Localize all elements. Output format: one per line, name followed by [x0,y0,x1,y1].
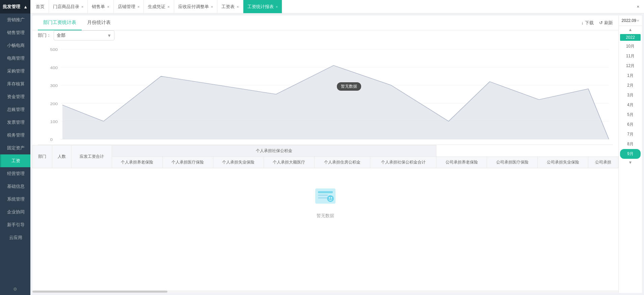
sidebar-item-云应用[interactable]: 云应用 [0,231,30,244]
tab-工资统计报表[interactable]: 工资统计报表× [243,0,282,13]
tab-close-工资统计报表[interactable]: × [276,5,278,9]
calendar-month-4月[interactable]: 4月 [619,100,642,110]
tab-close-店铺管理[interactable]: × [137,5,139,9]
download-icon: ↓ [582,20,584,25]
tab-工资表[interactable]: 工资表× [217,0,243,13]
col-personal-pension: 个人承担养老保险 [112,157,162,168]
sidebar-item-营销推广[interactable]: 营销推广 [0,13,30,26]
main-area: 首页门店商品目录×销售单×店铺管理×生成凭证×应收应付调整单×工资表×工资统计报… [30,0,644,295]
calendar-header: 2022.09 × [619,16,642,26]
sidebar-toggle-icon[interactable]: ▲ [23,4,28,9]
calendar-month-6月[interactable]: 6月 [619,120,642,129]
sidebar-item-固定资产[interactable]: 固定资产 [0,142,30,154]
calendar-month-7月[interactable]: 7月 [619,129,642,139]
col-count: 人数 [52,145,72,168]
sidebar-item-企业协同[interactable]: 企业协同 [0,206,30,218]
dept-filter-label: 部门： [38,32,51,38]
calendar-month-12月[interactable]: 12月 [619,61,642,71]
table-container[interactable]: 部门 人数 应发工资合计 个人承担社保公积金 个人承担养老保险 个人承担医疗保险… [32,145,618,290]
sidebar-item-资金管理[interactable]: 资金管理 [0,90,30,103]
svg-text:0: 0 [50,138,53,142]
col-personal-total: 个人承担社保公积金合计 [370,157,436,168]
col-total-salary: 应发工资合计 [72,145,112,168]
col-dept: 部门 [33,145,52,168]
col-group-personal: 个人承担社保公积金 [112,145,436,157]
sidebar-item-工资[interactable]: 工资 [0,154,30,167]
sub-tab-部门工资统计表[interactable]: 部门工资统计表 [38,16,82,30]
settings-button[interactable]: ⚙ [0,283,30,295]
scroll-bar-area[interactable] [32,290,618,293]
tab-close-工资表[interactable]: × [237,5,239,9]
sidebar-item-销售管理[interactable]: 销售管理 [0,26,30,39]
dept-filter-select[interactable]: 全部 ▼ [54,30,114,40]
stats-table: 部门 人数 应发工资合计 个人承担社保公积金 个人承担养老保险 个人承担医疗保险… [32,145,618,168]
sidebar-item-采购管理[interactable]: 采购管理 [0,65,30,78]
sidebar-item-新手引导[interactable]: 新手引导 [0,218,30,231]
sidebar-title: 批发管理 [3,4,20,10]
tab-close-门店商品目录[interactable]: × [81,5,83,9]
tab-close-应收应付调整单[interactable]: × [211,5,213,9]
col-personal-unemploy: 个人承担失业保险 [213,157,264,168]
refresh-button[interactable]: ↺ 刷新 [599,20,613,26]
table-header-row1: 部门 人数 应发工资合计 个人承担社保公积金 [33,145,618,157]
svg-text:200: 200 [50,101,58,106]
svg-rect-14 [318,195,328,196]
col-company-medical: 公司承担医疗保险 [487,157,538,168]
calendar-month-11月[interactable]: 11月 [619,51,642,61]
page-content: 部门工资统计表月份统计表 ↓ 下载 ↺ 刷新 部门： 全部 ▼ [32,16,618,293]
calendar-month-2月[interactable]: 2月 [619,81,642,90]
tab-店铺管理[interactable]: 店铺管理× [114,0,144,13]
col-personal-medical: 个人承担医疗保险 [162,157,213,168]
tab-应收应付调整单[interactable]: 应收应付调整单× [174,0,217,13]
no-data-icon [312,182,339,209]
calendar-up-arrow[interactable]: ▲ [619,26,642,33]
col-company-other: 公司承担 [588,157,618,168]
svg-text:300: 300 [50,84,58,88]
calendar-date-label: 2022.09 [622,18,636,23]
calendar-months-container: 202210月11月12月1月2月3月4月5月6月7月8月9月 [619,33,642,159]
tab-门店商品目录[interactable]: 门店商品目录× [49,0,88,13]
calendar-month-5月[interactable]: 5月 [619,110,642,120]
sidebar-item-总账管理[interactable]: 总账管理 [0,103,30,116]
calendar-month-1月[interactable]: 1月 [619,71,642,81]
sub-tabs-container: 部门工资统计表月份统计表 [38,16,116,30]
sub-tab-月份统计表[interactable]: 月份统计表 [82,16,116,30]
tab-items-container: 首页门店商品目录×销售单×店铺管理×生成凭证×应收应付调整单×工资表×工资统计报… [32,0,282,13]
svg-text:100: 100 [50,120,58,124]
sidebar-item-电商管理[interactable]: 电商管理 [0,52,30,65]
table-header-row2: 个人承担养老保险 个人承担医疗保险 个人承担失业保险 个人承担大额医疗 个人承担… [33,157,618,168]
sidebar-item-系统管理[interactable]: 系统管理 [0,193,30,206]
tab-首页[interactable]: 首页 [32,0,49,13]
calendar-down-arrow[interactable]: ▼ [619,159,642,166]
sidebar-item-小畅电商[interactable]: 小畅电商 [0,39,30,52]
sidebar-item-经营管理[interactable]: 经营管理 [0,167,30,180]
svg-point-16 [327,195,334,202]
sidebar-item-基础信息[interactable]: 基础信息 [0,180,30,193]
svg-text:400: 400 [50,65,58,70]
no-data-area: 暂无数据 [32,168,618,232]
calendar-month-9月[interactable]: 9月 [620,149,641,159]
calendar-month-3月[interactable]: 3月 [619,90,642,100]
calendar-month-10月[interactable]: 10月 [619,41,642,51]
tab-close-生成凭证[interactable]: × [167,5,169,9]
col-company-pension: 公司承担养老保险 [436,157,487,168]
close-all-tabs-button[interactable]: × [633,4,643,9]
refresh-label: 刷新 [604,20,613,26]
calendar-panel: 2022.09 × ▲ 202210月11月12月1月2月3月4月5月6月7月8… [618,16,642,293]
chart-tooltip: 暂无数据 [337,82,361,91]
download-button[interactable]: ↓ 下载 [582,20,594,26]
tab-生成凭证[interactable]: 生成凭证× [144,0,174,13]
sidebar-header: 批发管理 ▲ [0,0,30,13]
calendar-month-8月[interactable]: 8月 [619,139,642,149]
sidebar-item-税务管理[interactable]: 税务管理 [0,129,30,142]
scroll-thumb[interactable] [32,291,167,293]
refresh-icon: ↺ [599,20,603,25]
sidebar-item-库存核算[interactable]: 库存核算 [0,78,30,90]
calendar-year-badge[interactable]: 2022 [620,34,641,41]
calendar-close-icon[interactable]: × [637,19,639,23]
chart-area: 0 100 200 300 400 500 暂 [38,44,613,145]
tab-close-销售单[interactable]: × [107,5,109,9]
sidebar-item-发票管理[interactable]: 发票管理 [0,116,30,129]
tab-bar: 首页门店商品目录×销售单×店铺管理×生成凭证×应收应付调整单×工资表×工资统计报… [30,0,644,13]
tab-销售单[interactable]: 销售单× [88,0,113,13]
